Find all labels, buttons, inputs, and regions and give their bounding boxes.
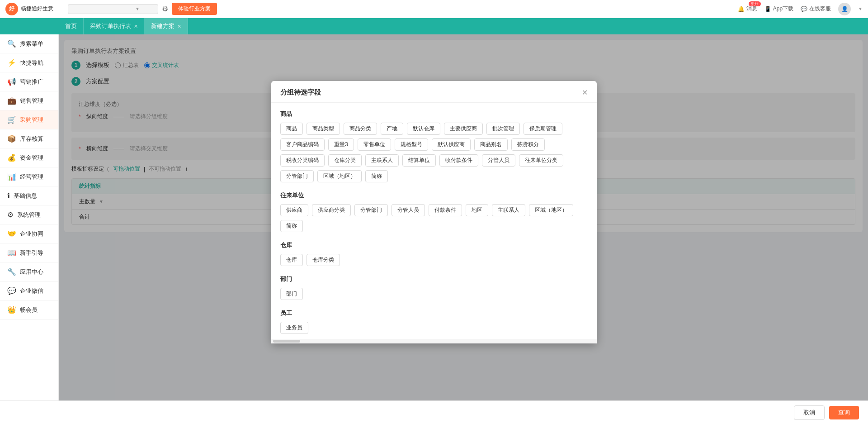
section-partner: 往来单位 供应商 供应商分类 分管部门 分管人员 付款条件 地区 主联系人 区域… xyxy=(280,191,588,232)
modal-body: 商品 商品 商品类型 商品分类 产地 默认仓库 主要供应商 批次管理 保质期管理… xyxy=(271,103,597,339)
sidebar-item-basic-info[interactable]: ℹ 基础信息 xyxy=(0,186,58,205)
field-tag-product-type[interactable]: 商品类型 xyxy=(307,123,340,135)
sidebar-item-purchase[interactable]: 🛒 采购管理 xyxy=(0,110,58,129)
field-tag-supplier[interactable]: 供应商 xyxy=(280,204,308,216)
field-tag-warehouse-category[interactable]: 仓库分类 xyxy=(328,154,362,167)
modal-hscroll[interactable] xyxy=(271,339,597,343)
field-tag-origin[interactable]: 产地 xyxy=(381,123,403,135)
field-tag-spec-model[interactable]: 规格型号 xyxy=(395,138,428,151)
field-tag-warehouse-cat[interactable]: 仓库分类 xyxy=(307,254,340,266)
sidebar-item-operations[interactable]: 📊 经营管理 xyxy=(0,167,58,186)
settings-icon[interactable]: ⚙ xyxy=(162,5,168,13)
cancel-button[interactable]: 取消 xyxy=(794,405,825,420)
modal-title: 分组待选字段 xyxy=(280,88,321,97)
sidebar-item-system[interactable]: ⚙ 系统管理 xyxy=(0,205,58,224)
field-tag-supervisor[interactable]: 分管人员 xyxy=(482,154,515,167)
notification-badge: 99+ xyxy=(749,1,761,6)
field-tag-abbreviation[interactable]: 简称 xyxy=(365,170,388,182)
sidebar-item-inventory[interactable]: 📦 库存核算 xyxy=(0,129,58,148)
tab-new-close[interactable]: ✕ xyxy=(177,24,181,29)
sidebar-item-appcenter[interactable]: 🔧 应用中心 xyxy=(0,262,58,281)
field-tag-pick-points[interactable]: 拣货积分 xyxy=(511,138,545,151)
employee-field-tags: 业务员 xyxy=(280,322,588,334)
app-download[interactable]: 📱 App下载 xyxy=(764,5,793,13)
field-tag-main-supplier[interactable]: 主要供应商 xyxy=(444,123,483,135)
field-tag-default-warehouse[interactable]: 默认仓库 xyxy=(407,123,440,135)
field-tag-dept-managed2[interactable]: 分管部门 xyxy=(354,204,388,216)
section-employee: 员工 业务员 xyxy=(280,309,588,334)
search-box[interactable]: ▼ xyxy=(68,4,158,14)
field-tag-product-category[interactable]: 商品分类 xyxy=(344,123,377,135)
section-partner-title: 往来单位 xyxy=(280,191,588,200)
field-tag-abbrev2[interactable]: 简称 xyxy=(280,220,303,232)
finance-icon: 💰 xyxy=(7,153,16,162)
sidebar-item-wechat[interactable]: 💬 企业微信 xyxy=(0,281,58,300)
field-tag-main-contact2[interactable]: 主联系人 xyxy=(492,204,525,216)
section-warehouse: 仓库 仓库 仓库分类 xyxy=(280,241,588,266)
search-dropdown-icon[interactable]: ▼ xyxy=(135,6,140,11)
tab-purchase-order[interactable]: 采购订单执行表 ✕ xyxy=(84,18,145,34)
inventory-icon: 📦 xyxy=(7,134,16,143)
user-expand-icon[interactable]: ▼ xyxy=(858,6,863,11)
sidebar-item-member[interactable]: 👑 畅会员 xyxy=(0,300,58,319)
field-tag-weight3[interactable]: 重量3 xyxy=(328,138,354,151)
member-icon: 👑 xyxy=(7,305,16,314)
field-tag-product[interactable]: 商品 xyxy=(280,123,303,135)
sidebar-item-guide[interactable]: 📖 新手引导 xyxy=(0,243,58,262)
field-tag-batch-mgmt[interactable]: 批次管理 xyxy=(486,123,520,135)
field-tag-tax-code[interactable]: 税收分类编码 xyxy=(280,154,325,167)
field-tag-retail-unit[interactable]: 零售单位 xyxy=(358,138,391,151)
tab-purchase-label: 采购订单执行表 xyxy=(90,22,131,30)
online-service[interactable]: 💬 在线客服 xyxy=(801,5,831,13)
logo-text: 畅捷通好生意 xyxy=(21,5,53,13)
sidebar-label-quicknav: 快捷导航 xyxy=(20,59,43,67)
field-tag-payment-terms[interactable]: 收付款条件 xyxy=(439,154,478,167)
field-tag-main-contact[interactable]: 主联系人 xyxy=(365,154,399,167)
field-tag-area[interactable]: 地区 xyxy=(466,204,488,216)
sidebar-label-search: 搜索菜单 xyxy=(20,40,43,48)
tab-purchase-close[interactable]: ✕ xyxy=(134,24,138,29)
field-tag-settlement-unit[interactable]: 结算单位 xyxy=(402,154,436,167)
tab-new-plan[interactable]: 新建方案 ✕ xyxy=(145,18,188,34)
field-select-modal: 分组待选字段 ✕ 商品 商品 商品类型 商品分类 产地 默认仓库 主要供应商 批… xyxy=(271,81,597,343)
field-tag-warehouse[interactable]: 仓库 xyxy=(280,254,303,266)
sidebar-item-collab[interactable]: 🤝 企业协同 xyxy=(0,224,58,243)
top-header: 好 畅捷通好生意 ▼ ⚙ 体验行业方案 🔔 消息 99+ 📱 App下载 💬 在… xyxy=(0,0,868,18)
section-warehouse-title: 仓库 xyxy=(280,241,588,249)
tab-home-label: 首页 xyxy=(65,22,77,30)
sidebar-label-operations: 经营管理 xyxy=(20,173,43,181)
field-tag-dept-managed[interactable]: 分管部门 xyxy=(280,170,314,182)
notification-area[interactable]: 🔔 消息 99+ xyxy=(738,5,757,13)
sidebar-label-system: 系统管理 xyxy=(17,211,41,219)
field-tag-customer-code[interactable]: 客户商品编码 xyxy=(280,138,325,151)
section-employee-title: 员工 xyxy=(280,309,588,317)
field-tag-partner-category[interactable]: 往来单位分类 xyxy=(519,154,563,167)
field-tag-salesperson[interactable]: 业务员 xyxy=(280,322,308,334)
field-tag-payment-cond[interactable]: 付款条件 xyxy=(429,204,462,216)
field-tag-supervisor2[interactable]: 分管人员 xyxy=(392,204,425,216)
sidebar-item-marketing[interactable]: 📢 营销推广 xyxy=(0,72,58,91)
field-tag-product-alias[interactable]: 商品别名 xyxy=(474,138,508,151)
confirm-button[interactable]: 查询 xyxy=(829,406,859,419)
search-input[interactable] xyxy=(72,6,135,12)
sidebar-label-basicinfo: 基础信息 xyxy=(14,192,37,200)
field-tag-region[interactable]: 区域（地区） xyxy=(317,170,362,182)
sidebar-item-finance[interactable]: 💰 资金管理 xyxy=(0,148,58,167)
trial-button[interactable]: 体验行业方案 xyxy=(172,3,217,15)
sidebar-item-sales[interactable]: 💼 销售管理 xyxy=(0,91,58,110)
field-tag-expiry-mgmt[interactable]: 保质期管理 xyxy=(524,123,562,135)
field-tag-dept[interactable]: 部门 xyxy=(280,288,303,300)
guide-icon: 📖 xyxy=(7,248,16,257)
tab-home[interactable]: 首页 xyxy=(59,18,84,34)
warehouse-field-tags: 仓库 仓库分类 xyxy=(280,254,588,266)
dept-field-tags: 部门 xyxy=(280,288,588,300)
sidebar-item-search[interactable]: 🔍 搜索菜单 xyxy=(0,34,58,53)
field-tag-supplier-cat[interactable]: 供应商分类 xyxy=(312,204,351,216)
sidebar-item-quick-nav[interactable]: ⚡ 快捷导航 xyxy=(0,53,58,72)
tab-bar: 首页 采购订单执行表 ✕ 新建方案 ✕ xyxy=(0,18,868,34)
field-tag-default-supplier[interactable]: 默认供应商 xyxy=(432,138,471,151)
modal-close-button[interactable]: ✕ xyxy=(582,88,588,97)
field-tag-region2[interactable]: 区域（地区） xyxy=(529,204,573,216)
tab-new-label: 新建方案 xyxy=(151,22,175,30)
user-avatar[interactable]: 👤 xyxy=(838,3,851,15)
